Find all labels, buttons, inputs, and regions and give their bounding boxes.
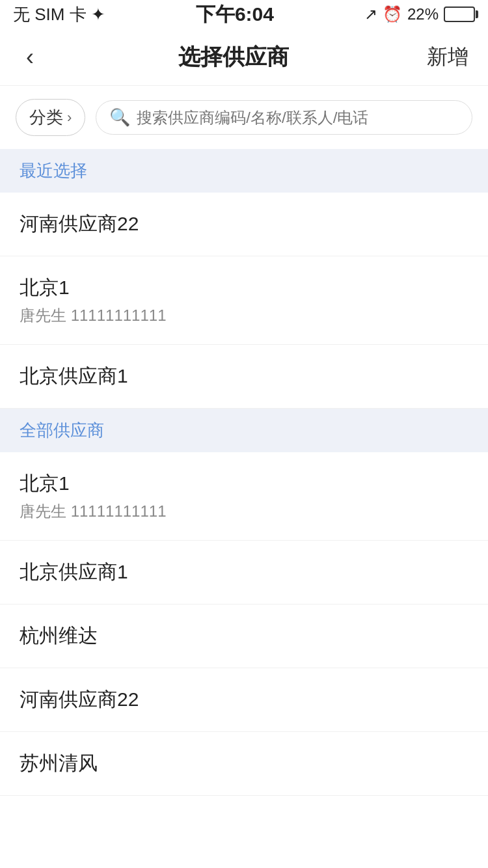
search-input[interactable] (137, 109, 459, 127)
status-right: ↗ ⏰ 22% (364, 5, 475, 23)
status-left: 无 SIM 卡 ✦ (13, 3, 105, 26)
add-button[interactable]: 新增 (427, 43, 468, 72)
category-filter-button[interactable]: 分类 › (16, 99, 85, 136)
item-name: 苏州清风 (20, 750, 468, 777)
page-title: 选择供应商 (178, 42, 289, 72)
item-name: 北京1 (20, 470, 468, 497)
item-name: 河南供应商22 (20, 211, 468, 237)
list-item[interactable]: 北京1 唐先生 11111111111 (0, 256, 488, 345)
item-name: 北京供应商1 (20, 559, 468, 586)
recent-items-list: 河南供应商22 北京1 唐先生 11111111111北京供应商1 (0, 193, 488, 409)
filter-bar: 分类 › 🔍 (0, 86, 488, 149)
sim-status: 无 SIM 卡 ✦ (13, 3, 105, 26)
search-icon: 🔍 (109, 107, 130, 128)
category-label: 分类 (29, 106, 63, 129)
all-section-header: 全部供应商 (0, 409, 488, 452)
list-item[interactable]: 北京1 唐先生 11111111111 (0, 452, 488, 541)
list-item[interactable]: 苏州清风 (0, 732, 488, 796)
chevron-right-icon: › (67, 109, 72, 126)
status-time: 下午6:04 (196, 1, 274, 28)
item-sub: 唐先生 11111111111 (20, 501, 468, 522)
alarm-icon: ⏰ (383, 5, 402, 23)
item-name: 河南供应商22 (20, 686, 468, 713)
all-items-list: 北京1 唐先生 11111111111北京供应商1 杭州维达 河南供应商22 苏… (0, 452, 488, 796)
list-item[interactable]: 北京供应商1 (0, 345, 488, 409)
battery-text: 22% (407, 5, 439, 23)
list-item[interactable]: 北京供应商1 (0, 541, 488, 604)
location-icon: ↗ (364, 5, 377, 23)
list-item[interactable]: 河南供应商22 (0, 668, 488, 732)
item-name: 北京1 (20, 275, 468, 301)
item-name: 北京供应商1 (20, 363, 468, 390)
list-item[interactable]: 杭州维达 (0, 604, 488, 668)
list-item[interactable]: 河南供应商22 (0, 193, 488, 256)
battery-icon (444, 7, 475, 22)
nav-bar: ‹ 选择供应商 新增 (0, 29, 488, 86)
back-button[interactable]: ‹ (20, 37, 40, 77)
search-box: 🔍 (96, 100, 472, 135)
all-section-label: 全部供应商 (20, 420, 104, 440)
item-sub: 唐先生 11111111111 (20, 305, 468, 326)
status-bar: 无 SIM 卡 ✦ 下午6:04 ↗ ⏰ 22% (0, 0, 488, 29)
recent-section-label: 最近选择 (20, 161, 87, 180)
recent-section-header: 最近选择 (0, 149, 488, 193)
item-name: 杭州维达 (20, 623, 468, 649)
